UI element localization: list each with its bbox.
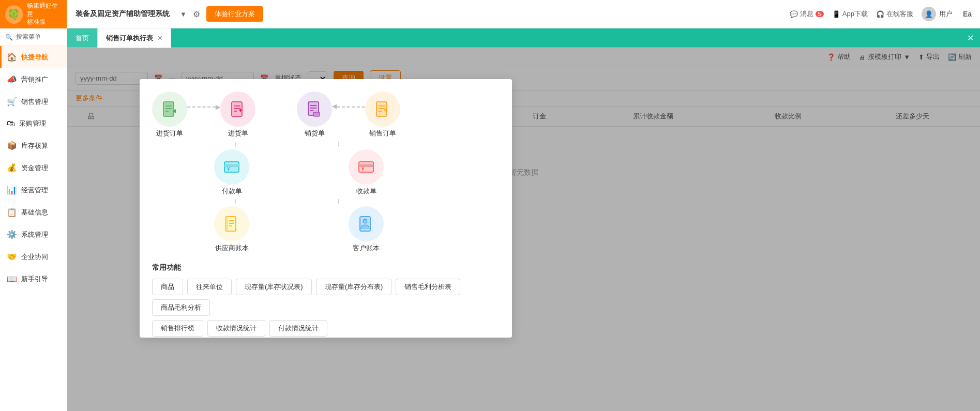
modal-overlay: 进货订单 ▶ — [67, 48, 980, 411]
online-service-btn[interactable]: 🎧 在线客服 — [876, 9, 913, 19]
flow-row-3: ¥ 付款单 — [152, 149, 500, 196]
sidebar-item-system[interactable]: ⚙️ 系统管理 — [0, 223, 67, 246]
svg-rect-15 — [313, 112, 320, 116]
tabbar: 首页 销售订单执行表 ✕ ✕ — [67, 28, 980, 48]
flow-row-5: 供应商账本 — [152, 206, 500, 253]
sidebar-item-marketing[interactable]: 📣 营销推广 — [0, 68, 67, 90]
svg-point-32 — [363, 219, 367, 223]
ea-label: Ea — [963, 10, 972, 18]
purchase-order-circle — [152, 92, 187, 127]
sidebar-logo: 🍀 畅康通好生意 标准版 — [0, 0, 67, 28]
logo-icon: 🍀 — [5, 5, 23, 24]
message-btn[interactable]: 💬 消息 5 — [790, 9, 824, 19]
app-download-btn[interactable]: 📱 App下载 — [832, 9, 868, 19]
flow-item-supplier-ledger[interactable]: 供应商账本 — [214, 206, 249, 253]
func-btn-stock-dist[interactable]: 现存量(库存分布表) — [316, 279, 392, 295]
sidebar-item-operations[interactable]: 📊 经营管理 — [0, 179, 67, 201]
flow-row-4: ↓ ↓ — [152, 197, 500, 204]
func-btn-contacts[interactable]: 往来单位 — [187, 279, 232, 295]
func-btn-payment-stats[interactable]: 付款情况统计 — [269, 320, 327, 337]
func-buttons-row1: 商品 往来单位 现存量(库存状况表) 现存量(库存分布表) 销售毛利分析表 商品… — [152, 279, 500, 316]
svg-rect-16 — [376, 102, 387, 116]
sidebar-item-quick-nav[interactable]: 🏠 快捷导航 — [0, 46, 67, 68]
system-title: 装备及固定资产辅助管理系统 — [76, 9, 170, 19]
flow-item-customer-ledger[interactable]: 客户账本 — [349, 206, 384, 253]
svg-rect-27 — [225, 217, 228, 231]
func-btn-goods-margin[interactable]: 商品毛利分析 — [152, 299, 210, 316]
common-functions-title: 常用功能 — [152, 263, 500, 272]
operations-icon: 📊 — [7, 185, 17, 195]
sidebar-item-enterprise[interactable]: 🤝 企业协同 — [0, 246, 67, 268]
search-menu[interactable]: 🔍 搜索菜单 — [0, 28, 67, 46]
svg-rect-0 — [163, 102, 174, 116]
spacer4 — [237, 197, 337, 204]
headset-icon: 🎧 — [876, 10, 884, 18]
spacer5 — [249, 206, 349, 253]
purchase-icon: 🛍 — [7, 119, 15, 128]
sales-icon: 🛒 — [7, 97, 17, 106]
svg-text:¥: ¥ — [361, 166, 365, 172]
flow-diagram: 进货订单 ▶ — [152, 92, 500, 253]
sidebar-item-basic[interactable]: 📋 基础信息 — [0, 201, 67, 223]
arrow-sales-order-to-bill: ▶ — [332, 103, 365, 111]
tab-home[interactable]: 首页 — [67, 28, 98, 48]
sidebar-item-newbie[interactable]: 📖 新手引导 — [0, 268, 67, 290]
flow-item-sales-order[interactable]: 销售订单 — [365, 92, 400, 138]
topbar-right: 💬 消息 5 📱 App下载 🎧 在线客服 👤 用户 Ea — [790, 7, 972, 21]
sidebar-item-sales[interactable]: 🛒 销售管理 — [0, 90, 67, 113]
user-area[interactable]: 👤 用户 — [922, 7, 953, 21]
search-icon: 🔍 — [5, 34, 13, 41]
sales-bill-circle — [297, 92, 332, 127]
tab-close-icon[interactable]: ✕ — [157, 35, 162, 42]
func-btn-goods[interactable]: 商品 — [152, 279, 183, 295]
receipt-circle: ¥ — [349, 149, 384, 185]
customer-ledger-circle — [349, 206, 384, 241]
sales-order-circle — [365, 92, 400, 127]
flow-item-receipt[interactable]: ¥ 收款单 — [349, 149, 384, 196]
common-functions: 常用功能 商品 往来单位 现存量(库存状况表) 现存量(库存分布表) 销售毛利分… — [152, 263, 500, 337]
topbar: 装备及固定资产辅助管理系统 ▼ ⚙ 体验行业方案 💬 消息 5 📱 App下载 … — [67, 0, 980, 28]
flow-item-purchase-bill[interactable]: 进货单 — [220, 92, 255, 138]
sidebar-item-inventory[interactable]: 📦 库存核算 — [0, 134, 67, 157]
flow-item-purchase-order[interactable]: 进货订单 — [152, 92, 187, 138]
func-buttons-row2: 销售排行榜 收款情况统计 付款情况统计 — [152, 320, 500, 337]
down-arrow-sales: ↓ — [337, 140, 340, 147]
arrow-purchase-to-bill: ▶ — [187, 103, 220, 111]
phone-icon: 📱 — [832, 10, 840, 18]
finance-icon: 💰 — [7, 163, 17, 173]
main-area: 装备及固定资产辅助管理系统 ▼ ⚙ 体验行业方案 💬 消息 5 📱 App下载 … — [67, 0, 980, 411]
newbie-icon: 📖 — [7, 274, 17, 284]
experience-btn[interactable]: 体验行业方案 — [206, 6, 263, 22]
flow-item-sales-bill[interactable]: 销货单 — [297, 92, 332, 138]
tab-sales-orders[interactable]: 销售订单执行表 ✕ — [98, 28, 171, 48]
flow-item-payment[interactable]: ¥ 付款单 — [214, 149, 249, 196]
sidebar-item-purchase[interactable]: 🛍 采购管理 — [0, 113, 67, 134]
sidebar: 🍀 畅康通好生意 标准版 🔍 搜索菜单 🏠 快捷导航 📣 营销推广 🛒 销售管理 — [0, 0, 67, 411]
func-btn-receipt-stats[interactable]: 收款情况统计 — [207, 320, 265, 337]
flow-modal: 进货订单 ▶ — [140, 79, 512, 338]
sidebar-nav: 🏠 快捷导航 📣 营销推广 🛒 销售管理 🛍 采购管理 📦 库存核算 💰 — [0, 46, 67, 411]
basic-icon: 📋 — [7, 207, 17, 217]
avatar: 👤 — [922, 7, 936, 21]
content-area: ❓ 帮助 🖨 按模板打印 ▼ ⬆ 导出 🔄 刷新 — [67, 48, 980, 411]
gear-icon[interactable]: ⚙ — [193, 9, 200, 19]
system-icon: ⚙️ — [7, 230, 17, 239]
marketing-icon: 📣 — [7, 74, 17, 84]
payment-circle: ¥ — [214, 149, 249, 185]
func-btn-sales-rank[interactable]: 销售排行榜 — [152, 320, 203, 337]
down-arrow-payment: ↓ — [234, 197, 237, 204]
svg-text:¥: ¥ — [227, 166, 230, 172]
func-btn-stock-status[interactable]: 现存量(库存状况表) — [236, 279, 312, 295]
flow-row-1: 进货订单 ▶ — [152, 92, 500, 138]
sidebar-item-finance[interactable]: 💰 资金管理 — [0, 157, 67, 179]
system-dropdown[interactable]: ▼ — [180, 10, 187, 18]
logo-text: 畅康通好生意 标准版 — [27, 2, 62, 26]
down-arrow-purchase: ↓ — [234, 140, 237, 147]
func-btn-sales-margin[interactable]: 销售毛利分析表 — [396, 279, 460, 295]
tab-bar-close[interactable]: ✕ — [961, 33, 980, 43]
inventory-icon: 📦 — [7, 141, 17, 150]
supplier-ledger-circle — [214, 206, 249, 241]
flow-row-2: ↓ ↓ — [152, 140, 500, 147]
message-icon: 💬 — [790, 10, 798, 18]
down-arrow-receipt: ↓ — [337, 197, 340, 204]
